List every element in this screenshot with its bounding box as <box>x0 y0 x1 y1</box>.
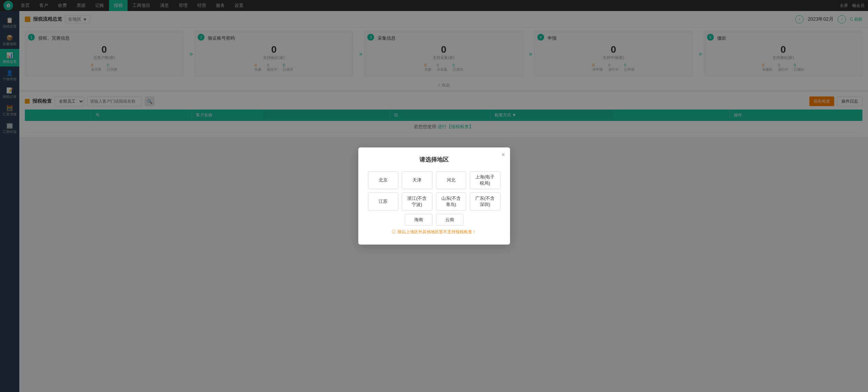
region-btn-天津[interactable]: 天津 <box>402 171 432 189</box>
region-grid-row1: 北京天津河北上海(电子税局) <box>368 171 500 189</box>
modal-overlay: × 请选择地区 北京天津河北上海(电子税局) 江苏浙江(不含宁波)山东(不含青岛… <box>0 0 868 392</box>
region-btn-河北[interactable]: 河北 <box>436 171 467 189</box>
warning-icon: ⓘ <box>392 229 396 235</box>
region-btn-广东(不含深圳)[interactable]: 广东(不含深圳) <box>470 193 500 210</box>
warning-text: 除以上地区外其他地区暂不支持报税检查！ <box>398 229 476 235</box>
region-btn-海南[interactable]: 海南 <box>405 214 432 226</box>
modal-title: 请选择地区 <box>368 156 500 164</box>
region-btn-江苏[interactable]: 江苏 <box>368 193 399 210</box>
modal-close-btn[interactable]: × <box>501 152 505 158</box>
region-btn-北京[interactable]: 北京 <box>368 171 399 189</box>
region-btn-上海(电子税局)[interactable]: 上海(电子税局) <box>470 171 500 189</box>
region-grid-row2: 江苏浙江(不含宁波)山东(不含青岛)广东(不含深圳) <box>368 193 500 210</box>
region-row3: 海南云南 <box>368 214 500 226</box>
modal-warning: ⓘ 除以上地区外其他地区暂不支持报税检查！ <box>368 229 500 235</box>
region-modal: × 请选择地区 北京天津河北上海(电子税局) 江苏浙江(不含宁波)山东(不含青岛… <box>358 147 510 245</box>
region-btn-浙江(不含宁波)[interactable]: 浙江(不含宁波) <box>402 193 432 210</box>
region-btn-山东(不含青岛)[interactable]: 山东(不含青岛) <box>436 193 467 210</box>
region-btn-云南[interactable]: 云南 <box>436 214 463 226</box>
